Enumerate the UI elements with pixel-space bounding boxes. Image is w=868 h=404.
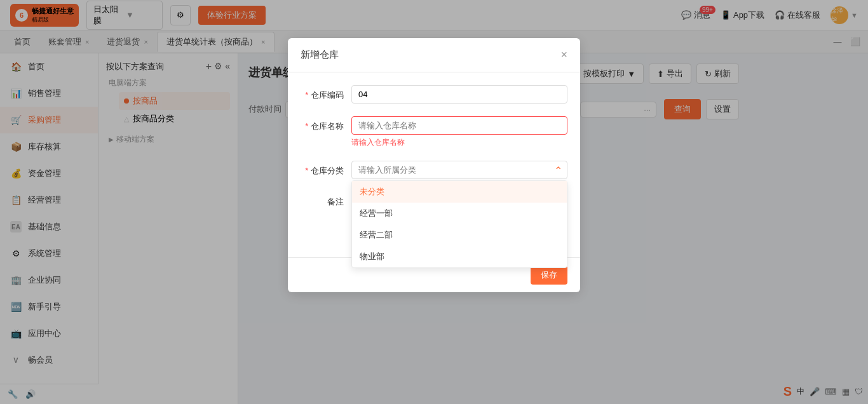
category-field-row: * 仓库分类 ⌃ 未分类 经营一部 经营二部 物业部 xyxy=(301,161,567,179)
modal-body: * 仓库编码 * 仓库名称 请输入仓库名称 xyxy=(288,72,580,257)
category-label: * 仓库分类 xyxy=(301,161,351,177)
name-label: * 仓库名称 xyxy=(301,116,351,132)
dropdown-item-dept2[interactable]: 经营二部 xyxy=(352,224,567,246)
name-input-wrap: 请输入仓库名称 xyxy=(351,116,567,148)
category-input[interactable] xyxy=(351,161,567,179)
name-error-msg: 请输入仓库名称 xyxy=(351,137,567,148)
category-arrow-icon[interactable]: ⌃ xyxy=(554,164,562,176)
dropdown-item-none[interactable]: 未分类 xyxy=(352,181,567,203)
modal-close-button[interactable]: × xyxy=(560,48,567,62)
code-label: * 仓库编码 xyxy=(301,85,351,101)
remark-label: 备注 xyxy=(301,192,351,208)
category-input-wrap: ⌃ 未分类 经营一部 经营二部 物业部 xyxy=(351,161,567,179)
dropdown-item-dept1[interactable]: 经营一部 xyxy=(352,203,567,224)
code-input[interactable] xyxy=(351,85,567,104)
category-dropdown: 未分类 经营一部 经营二部 物业部 xyxy=(351,180,567,268)
code-input-wrap xyxy=(351,85,567,104)
name-field-row: * 仓库名称 请输入仓库名称 xyxy=(301,116,567,148)
save-button[interactable]: 保存 xyxy=(531,266,567,285)
code-field-row: * 仓库编码 xyxy=(301,85,567,104)
modal-title: 新增仓库 xyxy=(301,49,339,61)
add-warehouse-modal: 新增仓库 × * 仓库编码 * 仓库名称 xyxy=(288,38,580,292)
modal-overlay: 新增仓库 × * 仓库编码 * 仓库名称 xyxy=(0,0,868,404)
modal-header: 新增仓库 × xyxy=(288,38,580,72)
name-input[interactable] xyxy=(351,116,567,135)
dropdown-item-dept3[interactable]: 物业部 xyxy=(352,246,567,267)
